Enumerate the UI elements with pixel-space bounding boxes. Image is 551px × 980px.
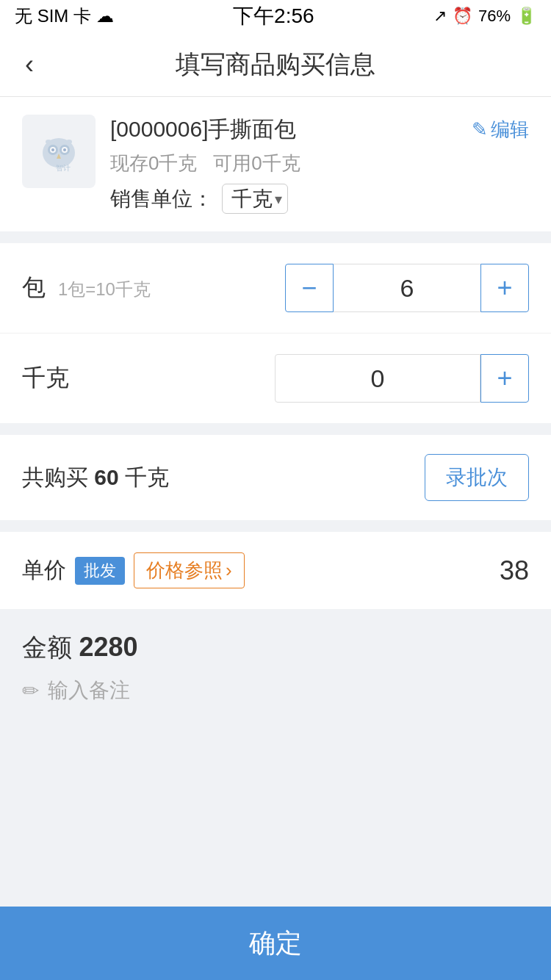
unit-select[interactable]: 千克 [222,184,288,214]
status-left: 无 SIM 卡 ☁ [15,4,114,28]
price-label: 单价 [22,555,66,586]
pack-row: 包 1包=10千克 − + [0,243,551,334]
price-section: 单价 批发 价格参照 › 38 [0,532,551,609]
kg-increase-button[interactable]: + [480,354,529,403]
location-icon: ↗ [433,7,447,26]
status-bar: 无 SIM 卡 ☁ 下午2:56 ↗ ⏰ 76% 🔋 [0,0,551,32]
back-button[interactable]: ‹ [18,42,41,87]
price-ref-arrow: › [226,559,232,582]
battery-level: 76% [478,7,511,26]
pack-quantity-control: − + [285,264,529,312]
battery-icon: 🔋 [516,7,536,26]
kg-label: 千克 [22,362,275,394]
confirm-button[interactable]: 确定 [0,907,551,980]
price-value: 38 [500,555,529,586]
svg-text:智计: 智计 [56,164,71,172]
stock-label: 现存0千克 [110,152,197,174]
summary-prefix: 共购买 [22,465,88,489]
product-logo-icon: 智计 [37,129,81,173]
unit-select-wrapper[interactable]: 千克 [222,184,288,214]
pack-decrease-button[interactable]: − [285,264,334,312]
product-name-row: [0000006]手撕面包 ✎ 编辑 [110,115,529,145]
svg-rect-8 [46,140,51,144]
summary-text: 共购买 60 千克 [22,463,169,493]
product-stock: 现存0千克 可用0千克 [110,151,529,176]
pack-hint: 1包=10千克 [58,279,151,299]
price-tag: 批发 [75,557,125,585]
status-time: 下午2:56 [233,2,314,30]
nav-bar: ‹ 填写商品购买信息 [0,32,551,97]
svg-rect-9 [66,140,72,144]
product-card: 智计 [0000006]手撕面包 ✎ 编辑 现存0千克 可用0千克 销售单位： … [0,97,551,231]
summary-amount: 60 [94,465,118,489]
price-ref-button[interactable]: 价格参照 › [134,552,245,588]
svg-point-5 [51,148,54,151]
amount-row: 金额 2280 [22,631,529,665]
unit-label: 销售单位： [110,185,213,213]
pack-label: 包 1包=10千克 [22,272,285,304]
product-unit-row: 销售单位： 千克 [110,184,529,214]
amount-value: 2280 [79,632,137,662]
sim-status: 无 SIM 卡 ☁ [15,4,114,28]
available-label: 可用0千克 [213,152,300,174]
pack-increase-button[interactable]: + [480,264,529,312]
kg-quantity-control: + [275,354,529,403]
summary-unit: 千克 [125,465,169,489]
status-right: ↗ ⏰ 76% 🔋 [433,7,536,26]
alarm-icon: ⏰ [453,7,472,26]
kg-row: 千克 + [0,334,551,423]
svg-point-6 [63,148,66,151]
amount-label: 金额 [22,633,72,661]
pack-quantity-input[interactable] [334,264,480,312]
quantity-section: 包 1包=10千克 − + 千克 + [0,243,551,423]
edit-label: 编辑 [491,117,529,143]
page-title: 填写商品购买信息 [176,48,375,82]
price-ref-label: 价格参照 [146,558,223,583]
remark-icon: ✏ [22,679,39,703]
kg-quantity-input[interactable] [275,354,480,403]
edit-button[interactable]: ✎ 编辑 [472,117,529,143]
batch-button[interactable]: 录批次 [425,454,529,501]
product-image: 智计 [22,115,96,188]
remark-row[interactable]: ✏ 输入备注 [22,677,529,705]
amount-section: 金额 2280 ✏ 输入备注 [0,609,551,719]
product-info: [0000006]手撕面包 ✎ 编辑 现存0千克 可用0千克 销售单位： 千克 [110,115,529,214]
product-full-name: [0000006]手撕面包 [110,115,296,145]
summary-row: 共购买 60 千克 录批次 [0,435,551,520]
remark-label: 输入备注 [48,677,130,705]
edit-icon: ✎ [472,118,488,141]
